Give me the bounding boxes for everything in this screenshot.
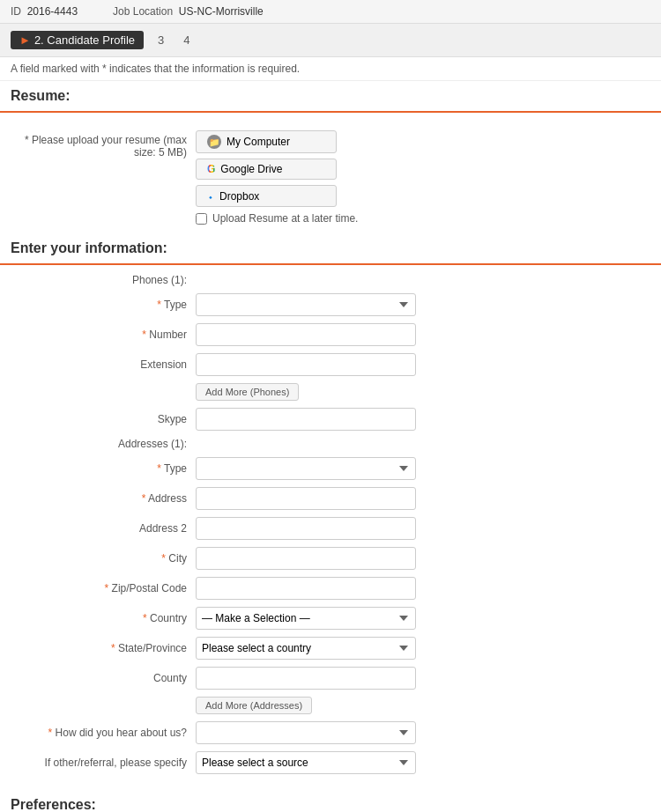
extension-label: Extension xyxy=(19,358,196,371)
resume-section: * Please upload your resume (max size: 5… xyxy=(0,122,661,233)
address-type-row: * Type xyxy=(11,457,650,480)
hear-label: * How did you hear about us? xyxy=(19,727,196,739)
county-input[interactable] xyxy=(196,667,416,690)
upload-label: * Please upload your resume (max size: 5… xyxy=(19,130,196,159)
address1-row: * Address xyxy=(11,487,650,510)
country-select[interactable]: — Make a Selection — xyxy=(196,607,416,630)
city-row: * City xyxy=(11,547,650,570)
city-label: * City xyxy=(19,552,196,565)
hear-row: * How did you hear about us? xyxy=(11,721,650,744)
address2-row: Address 2 xyxy=(11,517,650,540)
extension-row: Extension xyxy=(11,353,650,376)
phone-number-input[interactable] xyxy=(196,323,416,346)
phone-number-row: * Number xyxy=(11,323,650,346)
step-2-label: 2. Candidate Profile xyxy=(34,33,135,47)
upload-later-content[interactable]: Upload Resume at a later time. xyxy=(196,212,358,225)
steps-bar: ► 2. Candidate Profile 3 4 xyxy=(0,24,661,57)
address2-label: Address 2 xyxy=(19,522,196,535)
address1-input[interactable] xyxy=(196,487,416,510)
upload-later-checkbox[interactable] xyxy=(196,213,207,225)
preferences-section-header: Preferences: xyxy=(0,790,661,812)
state-select[interactable]: Please select a country xyxy=(196,637,416,660)
upload-later-row: Upload Resume at a later time. xyxy=(11,212,650,225)
computer-icon: 📁 xyxy=(207,135,221,149)
add-phones-row: Add More (Phones) xyxy=(11,383,650,401)
country-label: * Country xyxy=(19,612,196,624)
required-note: A field marked with * indicates that the… xyxy=(0,57,661,81)
address2-input[interactable] xyxy=(196,517,416,540)
step-arrow: ► xyxy=(19,33,31,47)
add-addresses-button[interactable]: Add More (Addresses) xyxy=(196,697,312,714)
phones-subsection: Phones (1): xyxy=(11,274,650,286)
dropbox-button[interactable]: ⬩ Dropbox xyxy=(196,185,337,207)
step-1[interactable]: ► 2. Candidate Profile xyxy=(11,31,144,49)
my-computer-button[interactable]: 📁 My Computer xyxy=(196,130,337,153)
dropbox-icon: ⬩ xyxy=(207,189,214,203)
zip-row: * Zip/Postal Code xyxy=(11,577,650,600)
phones-label: Phones (1): xyxy=(19,274,196,286)
location-field: Job Location US-NC-Morrisville xyxy=(113,5,264,18)
state-row: * State/Province Please select a country xyxy=(11,637,650,660)
resume-section-header: Resume: xyxy=(0,81,661,113)
header-bar: ID 2016-4443 Job Location US-NC-Morrisvi… xyxy=(0,0,661,24)
referral-select[interactable]: Please select a source xyxy=(196,751,416,774)
phone-number-label: * Number xyxy=(19,328,196,341)
phone-type-row: * Type xyxy=(11,293,650,316)
zip-input[interactable] xyxy=(196,577,416,600)
id-field: ID 2016-4443 xyxy=(11,5,78,18)
county-row: County xyxy=(11,667,650,690)
google-icon: G xyxy=(207,163,215,175)
hear-select[interactable] xyxy=(196,721,416,744)
referral-label: If other/referral, please specify xyxy=(19,757,196,769)
address1-label: * Address xyxy=(19,492,196,505)
addresses-subsection: Addresses (1): xyxy=(11,438,650,450)
address-type-label: * Type xyxy=(19,462,196,475)
skype-label: Skype xyxy=(19,413,196,425)
addresses-label: Addresses (1): xyxy=(19,438,196,450)
step-3-label[interactable]: 3 xyxy=(152,31,169,49)
step-4-label[interactable]: 4 xyxy=(178,31,195,49)
add-addresses-row: Add More (Addresses) xyxy=(11,697,650,714)
state-label: * State/Province xyxy=(19,642,196,654)
referral-row: If other/referral, please specify Please… xyxy=(11,751,650,774)
zip-label: * Zip/Postal Code xyxy=(19,582,196,594)
info-section-header: Enter your information: xyxy=(0,233,661,265)
extension-input[interactable] xyxy=(196,353,416,376)
phone-type-label: * Type xyxy=(19,299,196,311)
upload-buttons: 📁 My Computer G Google Drive ⬩ Dropbox xyxy=(196,130,337,207)
city-input[interactable] xyxy=(196,547,416,570)
skype-row: Skype xyxy=(11,408,650,431)
county-label: County xyxy=(19,672,196,684)
info-section: Phones (1): * Type * Number Extension Ad… xyxy=(0,274,661,790)
country-row: * Country — Make a Selection — xyxy=(11,607,650,630)
google-drive-button[interactable]: G Google Drive xyxy=(196,159,337,180)
upload-row: * Please upload your resume (max size: 5… xyxy=(11,130,650,207)
skype-input[interactable] xyxy=(196,408,416,431)
address-type-select[interactable] xyxy=(196,457,416,480)
add-phones-button[interactable]: Add More (Phones) xyxy=(196,383,299,401)
phone-type-select[interactable] xyxy=(196,293,416,316)
